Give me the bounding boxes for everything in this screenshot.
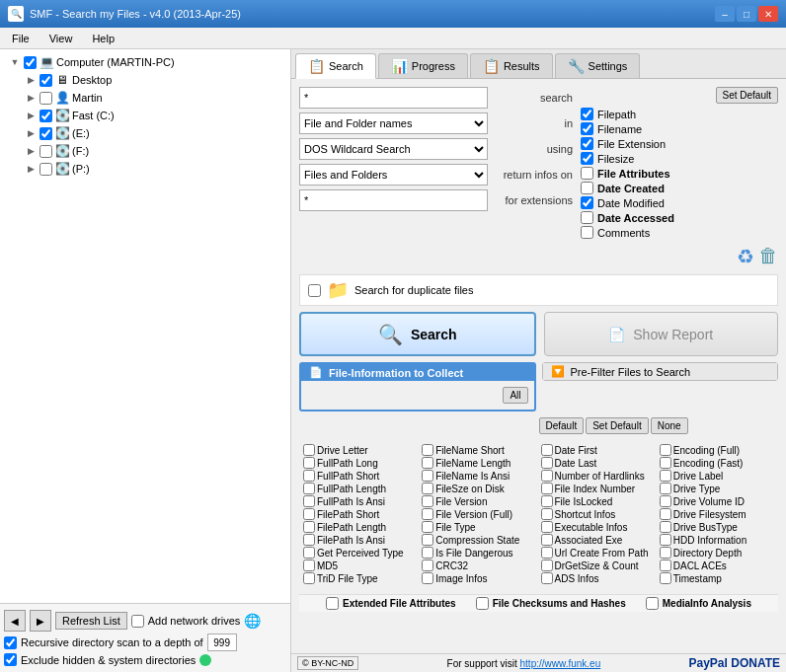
default-button[interactable]: Default [539, 417, 585, 434]
hardlinks-cb[interactable] [541, 470, 553, 482]
filename-is-ansi-cb[interactable] [422, 470, 433, 482]
drive-type-cb[interactable] [660, 483, 671, 494]
none-button[interactable]: None [651, 417, 688, 434]
paypal-donate[interactable]: PayPal DONATE [689, 656, 780, 670]
encoding-full-cb[interactable] [660, 444, 671, 456]
directory-depth-cb[interactable] [660, 547, 671, 559]
tab-settings[interactable]: 🔧 Settings [555, 53, 641, 78]
hdd-info-cb[interactable] [660, 534, 671, 546]
fileextension-checkbox[interactable] [581, 137, 593, 150]
search-button[interactable]: 🔍 Search [299, 312, 536, 356]
show-report-button[interactable]: 📄 Show Report [544, 312, 779, 356]
date-last-cb[interactable] [541, 457, 553, 469]
drive-letter-cb[interactable] [303, 444, 315, 456]
comments-checkbox[interactable] [581, 226, 593, 239]
drive-label-cb[interactable] [660, 470, 671, 482]
encoding-fast-cb[interactable] [660, 457, 671, 469]
tree-toggle-f[interactable]: ▶ [24, 144, 38, 158]
tree-checkbox-desktop[interactable] [39, 74, 52, 87]
close-button[interactable]: ✕ [758, 6, 778, 22]
exclude-hidden-checkbox[interactable] [4, 653, 17, 666]
fullpath-length-cb[interactable] [303, 483, 315, 494]
add-network-checkbox[interactable] [131, 615, 144, 628]
set-default-button[interactable]: Set Default [586, 417, 648, 434]
filepath-is-ansi-cb[interactable] [303, 534, 315, 546]
filesize-checkbox[interactable] [581, 152, 593, 165]
filepath-checkbox[interactable] [581, 108, 593, 120]
tab-progress[interactable]: 📊 Progress [378, 53, 468, 78]
support-url[interactable]: http://www.funk.eu [520, 658, 601, 669]
refresh-button[interactable]: Refresh List [55, 612, 127, 630]
menu-help[interactable]: Help [88, 31, 118, 46]
recursive-depth-input[interactable] [207, 634, 237, 651]
trid-cb[interactable] [303, 572, 315, 584]
compression-state-cb[interactable] [422, 534, 433, 546]
tree-checkbox-martin[interactable] [39, 92, 52, 105]
drive-bustype-cb[interactable] [660, 521, 671, 533]
datemodified-checkbox[interactable] [581, 196, 593, 209]
tree-toggle-c[interactable]: ▶ [24, 109, 38, 122]
datecreated-checkbox[interactable] [581, 182, 593, 194]
timestamp-cb[interactable] [660, 572, 671, 584]
fullpath-is-ansi-cb[interactable] [303, 495, 315, 507]
tree-node-desktop[interactable]: ▶ 🖥 Desktop [4, 71, 286, 89]
file-islocked-cb[interactable] [541, 495, 553, 507]
file-version-cb[interactable] [422, 495, 433, 507]
tree-toggle-desktop[interactable]: ▶ [24, 73, 38, 87]
filename-checkbox[interactable] [581, 122, 593, 135]
filepath-short-cb[interactable] [303, 508, 315, 520]
url-create-cb[interactable] [541, 547, 553, 559]
filename-short-cb[interactable] [422, 444, 433, 456]
crc32-cb[interactable] [422, 560, 433, 571]
tree-toggle-computer[interactable]: ▼ [8, 55, 22, 69]
tree-node-computer[interactable]: ▼ 💻 Computer (MARTIN-PC) [4, 53, 286, 71]
fullpath-short-cb[interactable] [303, 470, 315, 482]
image-infos-cb[interactable] [422, 572, 433, 584]
fileattributes-checkbox[interactable] [581, 167, 593, 180]
associated-exe-cb[interactable] [541, 534, 553, 546]
filename-length-cb[interactable] [422, 457, 433, 469]
drive-volume-cb[interactable] [660, 495, 671, 507]
tab-search[interactable]: 📋 Search [295, 53, 376, 79]
md5-cb[interactable] [303, 560, 315, 571]
return-select[interactable]: Files and Folders [299, 164, 488, 186]
tree-toggle-martin[interactable]: ▶ [24, 91, 38, 105]
tree-checkbox-e[interactable] [39, 127, 52, 140]
tree-node-c[interactable]: ▶ 💽 Fast (C:) [4, 107, 286, 124]
executable-infos-cb[interactable] [541, 521, 553, 533]
tree-node-f[interactable]: ▶ 💽 (F:) [4, 142, 286, 160]
trash-icon[interactable]: 🗑 [758, 245, 778, 268]
all-button[interactable]: All [503, 387, 527, 404]
add-network-icon[interactable]: 🌐 [244, 613, 261, 629]
ext-file-attr-cb[interactable] [326, 597, 339, 610]
ext-checksums-cb[interactable] [476, 597, 489, 610]
tree-checkbox-f[interactable] [39, 145, 52, 158]
shortcut-infos-cb[interactable] [541, 508, 553, 520]
nav-forward-button[interactable]: ▶ [30, 610, 51, 632]
ads-infos-cb[interactable] [541, 572, 553, 584]
filepath-length-cb[interactable] [303, 521, 315, 533]
get-perceived-cb[interactable] [303, 547, 315, 559]
tab-results[interactable]: 📋 Results [470, 53, 553, 78]
file-version-full-cb[interactable] [422, 508, 433, 520]
ext-mediainfo-cb[interactable] [646, 597, 659, 610]
menu-file[interactable]: File [8, 31, 34, 46]
search-input[interactable] [299, 87, 488, 109]
tree-toggle-e[interactable]: ▶ [24, 126, 38, 140]
drive-filesystem-cb[interactable] [660, 508, 671, 520]
tree-checkbox-computer[interactable] [24, 56, 37, 69]
extensions-input[interactable] [299, 189, 488, 211]
drgetsize-cb[interactable] [541, 560, 553, 571]
minimize-button[interactable]: – [715, 6, 735, 22]
file-type-cb[interactable] [422, 521, 433, 533]
fullpath-long-cb[interactable] [303, 457, 315, 469]
tree-checkbox-p[interactable] [39, 163, 52, 176]
tree-node-e[interactable]: ▶ 💽 (E:) [4, 124, 286, 142]
in-select[interactable]: File and Folder names [299, 112, 488, 134]
dateaccessed-checkbox[interactable] [581, 211, 593, 224]
menu-view[interactable]: View [45, 31, 77, 46]
tree-checkbox-c[interactable] [39, 110, 52, 122]
tree-toggle-p[interactable]: ▶ [24, 162, 38, 176]
tree-node-p[interactable]: ▶ 💽 (P:) [4, 160, 286, 178]
refresh-icon[interactable]: ♻ [737, 245, 754, 268]
